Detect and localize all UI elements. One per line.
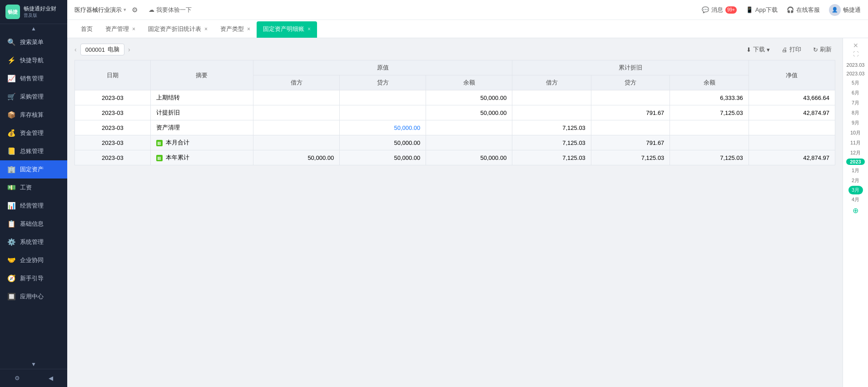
sidebar-item-sales[interactable]: 📈 销售管理 [0,69,67,88]
sidebar-collapse-btn[interactable]: ◀ [45,373,57,383]
timeline-item-9[interactable]: 9月 [843,118,868,128]
tab-depreciation-stats[interactable]: 固定资产折旧统计表 × [142,21,214,38]
cell-summary: 上期结转 [150,90,253,105]
cell-dep-balance: 7,125.03 [670,150,749,165]
cell-orig-balance: 50,000.00 [426,105,512,120]
sidebar-settings-btn[interactable]: ⚙ [11,373,24,383]
business-icon: 📊 [7,202,15,210]
cell-net-value: 42,874.97 [749,105,835,120]
timeline-item-11[interactable]: 11月 [843,138,868,148]
sidebar-item-search[interactable]: 🔍 搜索菜单 [0,33,67,51]
cell-date: 2023-03 [75,105,151,120]
tab-home[interactable]: 首页 [74,21,99,38]
scroll-up-arrow: ▲ [31,25,36,32]
sidebar-item-purchase[interactable]: 🛒 采购管理 [0,88,67,106]
sidebar-item-inventory[interactable]: 📦 库存核算 [0,106,67,124]
messages-action[interactable]: 💬 消息 99+ [702,6,737,14]
user-action[interactable]: 👤 畅捷通 [829,4,861,16]
col-dep-debit: 借方 [512,75,591,90]
cell-orig-credit [340,105,426,120]
timeline-item-2[interactable]: 2月 [843,176,868,185]
messages-label: 消息 [711,6,723,14]
refresh-label: 刷新 [820,45,832,54]
timeline-item-6[interactable]: 6月 [843,88,868,98]
asset-name: 电脑 [108,45,119,54]
timeline-item-1[interactable]: 1月 [843,166,868,175]
col-orig-balance: 余额 [426,75,512,90]
sidebar-item-label: 搜索菜单 [20,38,44,46]
topbar-settings-icon[interactable]: ⚙ [132,6,138,14]
tab-asset-mgmt-close[interactable]: × [132,26,135,32]
tab-asset-type-label: 资产类型 [220,25,244,33]
sidebar-item-label: 采购管理 [20,93,44,101]
sidebar-item-label: 基础信息 [20,220,44,228]
tab-asset-detail[interactable]: 固定资产明细账 × [257,21,317,38]
timeline-item-2023-03-top2[interactable]: 2023.03 [843,69,868,78]
timeline-item-3-active[interactable]: 3月 [848,186,863,194]
cell-orig-debit [253,90,340,105]
tab-asset-mgmt[interactable]: 资产管理 × [99,21,142,38]
timeline-item-10[interactable]: 10月 [843,128,868,138]
headset-icon: 🎧 [787,6,794,13]
col-dep-balance: 余额 [670,75,749,90]
tab-asset-type-close[interactable]: × [247,26,250,32]
timeline-item-2023-03-top1[interactable]: 2023.03 [843,61,868,69]
company-name: 医疗器械行业演示 [74,6,122,14]
sidebar-item-label: 新手引导 [20,274,44,283]
timeline-item-7[interactable]: 7月 [843,98,868,108]
timeline-item-12[interactable]: 12月 [843,148,868,158]
messages-badge: 99+ [725,6,737,14]
green-tag-icon: ▦ [156,155,163,161]
sidebar-item-quick-nav[interactable]: ⚡ 快捷导航 [0,51,67,69]
sidebar-item-finance[interactable]: 💰 资金管理 [0,124,67,142]
logo-text: 畅捷通好业财 普及版 [24,5,56,19]
timeline-item-4[interactable]: 4月 [843,195,868,204]
green-tag-icon: ▦ [156,140,163,146]
tab-asset-type[interactable]: 资产类型 × [214,21,257,38]
sidebar-item-ledger[interactable]: 📒 总账管理 [0,142,67,160]
sidebar-item-business[interactable]: 📊 经营管理 [0,197,67,215]
sidebar-item-label: 企业协同 [20,256,44,264]
col-net-value: 净值 [749,60,835,90]
sidebar-item-app-center[interactable]: 🔲 应用中心 [0,288,67,306]
timeline-expand-btn[interactable]: ⛶ [853,51,858,57]
sidebar-item-label: 应用中心 [20,293,44,301]
refresh-button[interactable]: ↻ 刷新 [809,44,835,55]
sidebar-scroll-down[interactable]: ▼ [0,360,67,369]
table-row: 2023-03 资产清理 50,000.00 7,125.03 [75,120,835,135]
scroll-down-arrow: ▼ [31,361,36,367]
sidebar-item-collab[interactable]: 🤝 企业协同 [0,251,67,269]
cell-net-value [749,120,835,135]
app-download-action[interactable]: 📱 App下载 [746,6,778,14]
prev-asset-arrow[interactable]: ‹ [74,46,77,53]
sidebar-item-label: 快捷导航 [20,56,44,64]
cell-summary: ▦ 本月合计 [150,135,253,150]
company-selector[interactable]: 医疗器械行业演示 ▾ [74,6,126,14]
customer-service-label: 在线客服 [796,6,820,14]
sidebar-item-salary[interactable]: 💵 工资 [0,179,67,197]
timeline-item-5[interactable]: 5月 [843,78,868,88]
tab-asset-detail-close[interactable]: × [308,26,311,32]
dropdown-arrow: ▾ [767,46,770,53]
customer-service-action[interactable]: 🎧 在线客服 [787,6,820,14]
sidebar-item-basic-info[interactable]: 📋 基础信息 [0,215,67,233]
download-label: 下载 [753,45,765,54]
sidebar-nav: 🔍 搜索菜单 ⚡ 快捷导航 📈 销售管理 🛒 采购管理 📦 库存核算 💰 资金管… [0,33,67,360]
sidebar-scroll-up[interactable]: ▲ [0,24,67,33]
sidebar-item-fixed-assets[interactable]: 🏢 固定资产 [0,160,67,179]
print-label: 打印 [789,45,801,54]
inventory-icon: 📦 [7,111,15,119]
toolbar-right: ⬇ 下载 ▾ 🖨 打印 ↻ 刷新 [743,44,835,55]
guide-icon: 🧭 [7,274,15,283]
tab-depreciation-stats-close[interactable]: × [204,26,208,32]
experience-button[interactable]: ☁ 我要体验一下 [149,6,192,14]
sidebar-item-guide[interactable]: 🧭 新手引导 [0,269,67,288]
timeline-close-btn[interactable]: ✕ [853,42,858,49]
print-button[interactable]: 🖨 打印 [778,44,805,55]
sidebar-item-system[interactable]: ⚙️ 系统管理 [0,233,67,251]
next-asset-arrow[interactable]: › [128,46,130,53]
timeline-active-year[interactable]: 2023 [846,159,864,165]
timeline-item-8[interactable]: 8月 [843,108,868,118]
timeline-more-btn[interactable]: ⊕ [853,206,858,215]
download-button[interactable]: ⬇ 下载 ▾ [743,44,774,55]
